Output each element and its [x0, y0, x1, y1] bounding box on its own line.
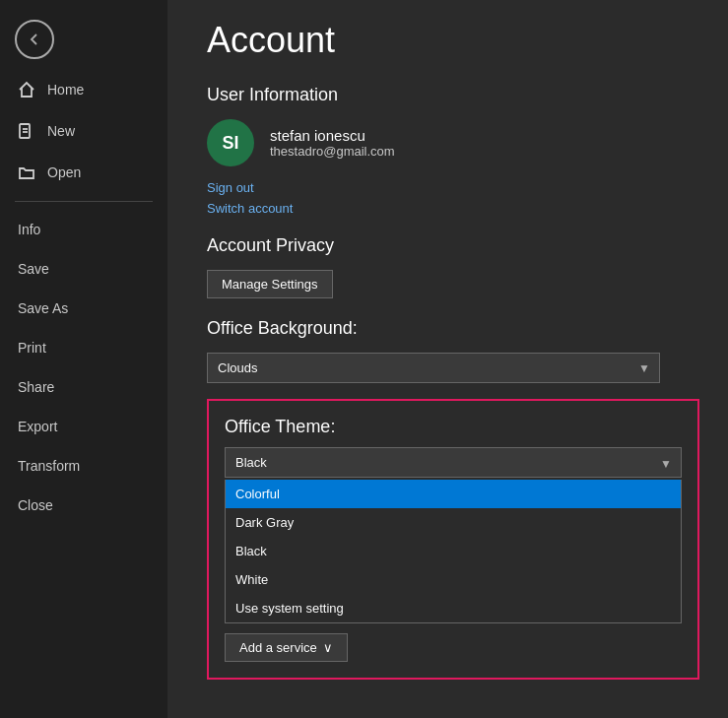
- switch-account-link[interactable]: Switch account: [207, 201, 293, 216]
- sign-out-link[interactable]: Sign out: [207, 180, 254, 195]
- sidebar-item-save[interactable]: Save: [0, 249, 167, 289]
- sidebar-item-home[interactable]: Home: [0, 69, 167, 110]
- back-button[interactable]: [15, 20, 54, 59]
- sidebar-item-transform[interactable]: Transform: [0, 446, 167, 486]
- theme-option-black[interactable]: Black: [226, 537, 681, 565]
- office-background-select[interactable]: Clouds No Background Circles and Stripes…: [207, 353, 660, 383]
- sidebar-item-info[interactable]: Info: [0, 210, 167, 249]
- open-icon: [18, 163, 35, 181]
- sidebar-item-export-label: Export: [18, 419, 57, 434]
- office-theme-select[interactable]: Black Colorful Dark Gray White Use syste…: [225, 447, 682, 478]
- sidebar-item-info-label: Info: [18, 222, 40, 237]
- theme-option-white[interactable]: White: [226, 565, 681, 594]
- back-icon: [27, 32, 42, 47]
- office-theme-box: Office Theme: Black Colorful Dark Gray W…: [207, 399, 699, 680]
- account-privacy-section: Account Privacy Manage Settings: [207, 235, 689, 298]
- sidebar-item-print[interactable]: Print: [0, 328, 167, 367]
- office-theme-title: Office Theme:: [225, 417, 682, 437]
- user-details: stefan ionescu thestadro@gmail.com: [270, 127, 395, 159]
- sidebar-item-open[interactable]: Open: [0, 152, 167, 193]
- sidebar-item-save-label: Save: [18, 261, 49, 277]
- account-privacy-title: Account Privacy: [207, 235, 689, 256]
- sidebar-item-save-as[interactable]: Save As: [0, 289, 167, 328]
- theme-option-system[interactable]: Use system setting: [226, 594, 681, 622]
- theme-dropdown-list: Colorful Dark Gray Black White Use syste…: [225, 480, 682, 623]
- user-info-row: SI stefan ionescu thestadro@gmail.com: [207, 119, 689, 166]
- sidebar-item-share-label: Share: [18, 379, 54, 395]
- sidebar-item-new-label: New: [47, 123, 75, 139]
- add-service-label: Add a service: [239, 640, 317, 655]
- theme-option-colorful[interactable]: Colorful: [226, 480, 681, 508]
- manage-settings-button[interactable]: Manage Settings: [207, 270, 333, 298]
- user-info-section: User Information SI stefan ionescu thest…: [207, 85, 689, 216]
- sidebar-item-close-label: Close: [18, 497, 53, 513]
- sidebar-divider: [15, 201, 153, 202]
- sidebar-item-home-label: Home: [47, 82, 84, 98]
- svg-rect-0: [20, 124, 30, 138]
- office-background-title: Office Background:: [207, 318, 689, 339]
- avatar: SI: [207, 119, 254, 166]
- office-background-section: Office Background: Clouds No Background …: [207, 318, 689, 383]
- add-service-chevron-icon: ∨: [323, 640, 333, 655]
- new-icon: [18, 122, 35, 140]
- add-service-button[interactable]: Add a service ∨: [225, 633, 348, 662]
- sidebar: Home New Open Info Save Save As Print Sh…: [0, 0, 167, 718]
- sidebar-item-open-label: Open: [47, 164, 81, 180]
- sidebar-item-transform-label: Transform: [18, 458, 80, 474]
- sidebar-item-print-label: Print: [18, 340, 46, 356]
- page-title: Account: [207, 20, 689, 61]
- office-theme-dropdown-wrapper: Black Colorful Dark Gray White Use syste…: [225, 447, 682, 480]
- sidebar-item-new[interactable]: New: [0, 110, 167, 152]
- home-icon: [18, 81, 35, 98]
- theme-option-dark-gray[interactable]: Dark Gray: [226, 508, 681, 537]
- user-info-title: User Information: [207, 85, 689, 105]
- user-name: stefan ionescu: [270, 127, 395, 144]
- sidebar-item-share[interactable]: Share: [0, 367, 167, 407]
- sidebar-item-save-as-label: Save As: [18, 300, 68, 316]
- sidebar-item-close[interactable]: Close: [0, 486, 167, 525]
- user-email: thestadro@gmail.com: [270, 144, 395, 159]
- main-content: Account User Information SI stefan iones…: [167, 0, 728, 718]
- sidebar-item-export[interactable]: Export: [0, 407, 167, 446]
- account-links: Sign out Switch account: [207, 180, 689, 216]
- office-background-dropdown-wrapper: Clouds No Background Circles and Stripes…: [207, 353, 660, 383]
